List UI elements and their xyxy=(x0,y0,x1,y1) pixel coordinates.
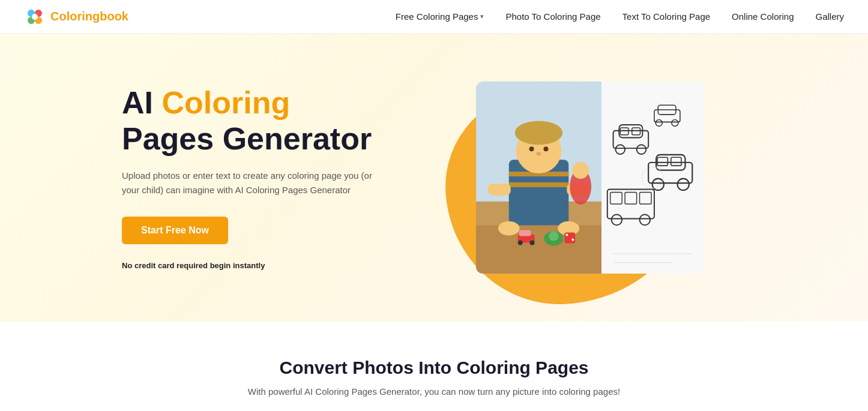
svg-point-16 xyxy=(537,152,541,155)
main-nav: Free Coloring Pages ▾ Photo To Coloring … xyxy=(396,11,844,22)
hero-image-area xyxy=(434,82,746,274)
svg-point-23 xyxy=(530,241,535,245)
nav-online-coloring[interactable]: Online Coloring xyxy=(732,11,794,22)
hero-sketch-side xyxy=(601,82,704,274)
svg-point-14 xyxy=(529,146,534,151)
logo-text: Coloringbook xyxy=(50,10,128,23)
coloring-sketch-svg xyxy=(601,82,704,274)
hero-image-container xyxy=(476,82,704,274)
hero-photo-side xyxy=(476,82,601,274)
hero-title: AI ColoringPages Generator xyxy=(122,85,434,157)
svg-point-19 xyxy=(498,221,520,236)
child-photo-svg xyxy=(476,82,601,274)
nav-gallery[interactable]: Gallery xyxy=(815,11,844,22)
convert-subtitle: With powerful AI Coloring Pages Generato… xyxy=(24,386,844,397)
svg-point-5 xyxy=(32,14,38,20)
hero-subtitle: Upload photos or enter text to create an… xyxy=(122,169,374,197)
svg-point-13 xyxy=(515,121,563,145)
convert-title: Convert Photos Into Coloring Pages xyxy=(24,358,844,378)
convert-section: Convert Photos Into Coloring Pages With … xyxy=(0,322,868,411)
svg-point-22 xyxy=(518,241,523,245)
svg-rect-8 xyxy=(476,226,601,274)
chevron-down-icon: ▾ xyxy=(480,13,484,20)
svg-point-15 xyxy=(543,146,548,151)
svg-point-31 xyxy=(572,162,589,179)
svg-rect-24 xyxy=(519,230,531,236)
logo-icon xyxy=(24,6,46,28)
header: Coloringbook Free Coloring Pages ▾ Photo… xyxy=(0,0,868,34)
no-credit-card-text: No credit card required begin instantly xyxy=(122,261,434,270)
svg-point-29 xyxy=(571,239,574,241)
nav-text-coloring[interactable]: Text To Coloring Page xyxy=(622,11,710,22)
svg-point-28 xyxy=(565,234,568,236)
nav-photo-coloring[interactable]: Photo To Coloring Page xyxy=(505,11,600,22)
logo[interactable]: Coloringbook xyxy=(24,6,128,28)
svg-point-26 xyxy=(549,232,558,241)
svg-rect-17 xyxy=(488,184,511,196)
hero-content: AI ColoringPages Generator Upload photos… xyxy=(122,85,434,271)
hero-section: AI ColoringPages Generator Upload photos… xyxy=(0,34,868,322)
nav-free-coloring[interactable]: Free Coloring Pages ▾ xyxy=(396,11,484,22)
start-free-button[interactable]: Start Free Now xyxy=(122,217,228,244)
svg-rect-32 xyxy=(601,84,704,272)
svg-rect-11 xyxy=(509,182,569,187)
